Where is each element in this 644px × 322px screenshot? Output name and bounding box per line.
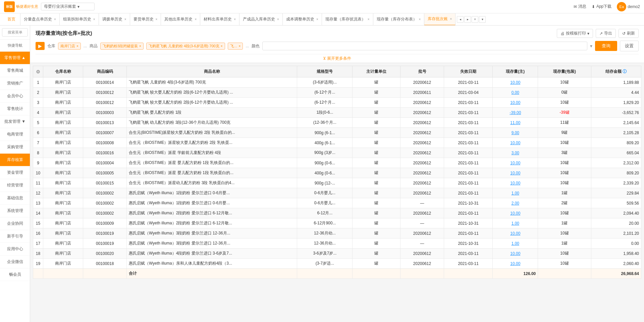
export-btn[interactable]: ↗ 导出 [596,29,616,38]
row-qty-main[interactable]: 3.00 [493,148,538,158]
filter-expand-btn[interactable]: ▶ [36,42,45,50]
tab-close-2[interactable]: × [93,17,95,21]
settings-btn[interactable]: 设置 [620,41,639,51]
tab-3[interactable]: 调拨单历史 × [99,13,130,25]
th-settings[interactable]: ⚙ [33,66,43,77]
tab-next-btn[interactable]: ▸ [464,16,471,23]
goods-tag3-close-icon[interactable]: × [239,44,241,48]
tab-close-1[interactable]: × [54,17,56,21]
row-qty-main[interactable]: 11.00 [493,118,538,128]
tab-close-10[interactable]: × [419,17,421,21]
table-settings-icon[interactable]: ⚙ [36,69,40,74]
tab-10[interactable]: 现存量（库存分布表） × [373,13,425,25]
tab-6[interactable]: 材料出库单历史 × [200,13,239,25]
tab-close-9[interactable]: × [368,17,370,21]
tab-7[interactable]: 产成品入库单历史 × [239,13,283,25]
row-qty-main[interactable]: 10.00 [493,98,538,108]
row-qty-main[interactable]: 9.00 [493,128,538,138]
sidebar-item-marketing[interactable]: 营销推广 [0,77,30,90]
tab-9[interactable]: 现存量（库存状况表） × [322,13,373,25]
expand-more-btn[interactable]: ⊻ 展开更多条件 [323,56,351,61]
tab-11[interactable]: 库存批次账 × [424,13,455,25]
refresh-btn[interactable]: ↺ 刷新 [619,29,639,38]
tab-2[interactable]: 组装拆卸单历史 × [60,13,99,25]
sidebar-item-basic-info[interactable]: 基础信息 [0,192,30,205]
warehouse-tag-close-icon[interactable]: × [76,44,78,48]
message-btn[interactable]: ✉ 消息 [574,4,586,9]
row-qty-main[interactable]: 10.00 [493,168,538,178]
total-label: 合计 [127,269,297,279]
download-icon: ⬇ [592,4,595,9]
row-name: 飞鹤星飞帆 较大婴儿配方奶粉 2段(6-12个月婴幼儿适用) ... [127,98,297,108]
row-qty-main[interactable]: 10.00 [493,259,538,269]
sidebar-item-system[interactable]: 系统管理 [0,205,30,217]
sidebar-item-member2[interactable]: 畅会员 [0,268,30,281]
tab-close-7[interactable]: × [277,17,279,21]
sidebar-nav: 快捷导航 [0,40,30,52]
tab-close-all-btn[interactable]: × [472,16,478,23]
sidebar-item-enterprise-wechat[interactable]: 企业微信 [0,256,30,268]
row-qty-main[interactable]: 10.00 [493,178,538,188]
sidebar-item-enterprise[interactable]: 企业协同 [0,217,30,230]
sidebar-item-purchase[interactable]: 采购管理 [0,141,30,154]
sidebar-item-operations[interactable]: 经营管理 [0,179,30,192]
sidebar-item-retail-mall[interactable]: 零售商城 [0,64,30,77]
sidebar-nav-quick[interactable]: 快捷导航 [0,41,30,50]
sidebar-item-wholesale[interactable]: 批发管理 ▼ [0,115,30,128]
goods-tag2-close-icon[interactable]: × [221,44,223,48]
goods-more-dots[interactable]: ... [246,44,249,48]
row-qty-main[interactable]: 10.00 [493,77,538,88]
row-unit: 罐 [353,108,400,118]
sidebar-search-btn[interactable]: 搜索英单 [2,28,28,37]
tab-5[interactable]: 其他出库单历史 × [161,13,200,25]
tab-home[interactable]: 首页 [3,13,20,25]
query-btn[interactable]: 查询 [595,41,617,51]
row-qty-main[interactable]: 10.00 [493,228,538,238]
color-input[interactable] [262,42,587,50]
warehouse-more-dots[interactable]: ... [84,44,87,48]
goods-tag-2: 飞鹤星飞帆 儿童奶粉 4段(3-6岁适用) 700克 × [146,43,225,50]
tab-close-4[interactable]: × [156,17,158,21]
sidebar-item-member[interactable]: 会员中心 [0,90,30,103]
org-select[interactable]: 母婴行业演示账套 ▾ [41,3,95,10]
row-spec: 900g (6-1... [297,128,353,138]
tab-4[interactable]: 要货单历史 × [130,13,161,25]
row-qty-main[interactable]: 1.00 [493,238,538,249]
row-qty-main[interactable]: 1.00 [493,218,538,228]
sidebar-item-label: 基础信息 [7,196,23,200]
sidebar-item-app-center[interactable]: 应用中心 [0,243,30,256]
tab-8[interactable]: 成本调整单历史 × [283,13,322,25]
tab-menu-btn[interactable]: ▾ [479,16,486,23]
row-qty-main[interactable]: 10.00 [493,138,538,148]
row-qty-main[interactable]: -39.00 [493,108,538,118]
app-download-btn[interactable]: ⬇ App下载 [592,4,611,9]
template-print-btn[interactable]: 🖨 按模板打印 ▾ [557,29,593,38]
sidebar-item-label: 企业协同 [7,221,23,226]
row-qty-main[interactable]: 2.00 [493,198,538,208]
tab-close-6[interactable]: × [234,17,236,21]
tab-close-8[interactable]: × [316,17,318,21]
row-qty-main[interactable]: 10.00 [493,158,538,168]
color-expand-icon[interactable]: ▾ [590,43,592,49]
row-qty-main[interactable]: 0.00 [493,88,538,98]
row-qty-main[interactable]: 10.00 [493,208,538,218]
sidebar-item-retail-mgmt[interactable]: 零售管理 ▲ [0,52,30,64]
row-batch: 20200612 [400,228,444,238]
row-expire: 2021-03-04 [444,88,492,98]
user-area[interactable]: Ea demo2 [617,2,640,11]
sidebar-item-retail-stats[interactable]: 零售统计 [0,103,30,115]
sidebar-item-ecommerce[interactable]: 电商管理 [0,128,30,141]
row-qty-main[interactable]: 1.00 [493,188,538,198]
table-row: 3 南岸门店 00100012 飞鹤星飞帆 较大婴儿配方奶粉 2段(6-12个月… [33,98,641,108]
row-expire: 2021-03-11 [444,108,492,118]
tab-close-5[interactable]: × [195,17,197,21]
row-qty-main[interactable]: 10.00 [493,249,538,259]
sidebar-item-inventory[interactable]: 库存核算 [0,154,30,166]
tab-close-11[interactable]: × [450,17,452,21]
goods-tag1-close-icon[interactable]: × [139,44,141,48]
tab-prev-btn[interactable]: ◂ [457,16,464,23]
sidebar-item-finance[interactable]: 资金管理 [0,166,30,179]
sidebar-item-guide[interactable]: 新手引导 [0,230,30,243]
tab-close-3[interactable]: × [124,17,126,21]
tab-1[interactable]: 分量盘点单历史 × [20,13,60,25]
